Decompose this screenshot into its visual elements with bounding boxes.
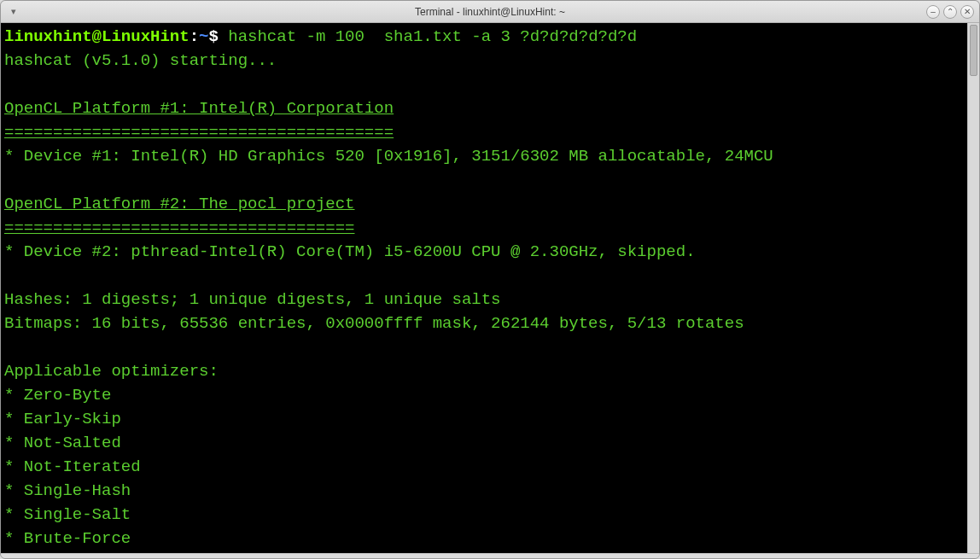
optimizer-item: * Early-Skip [4,410,121,428]
maximize-button[interactable]: ⌃ [943,5,957,19]
prompt-dollar: $ [208,27,218,46]
device2-line: * Device #2: pthread-Intel(R) Core(TM) i… [4,242,696,261]
prompt-user: linuxhint@LinuxHint [4,27,190,46]
optimizer-item: * Single-Salt [4,505,131,524]
app-menu-icon[interactable]: ▾ [8,6,20,18]
titlebar[interactable]: ▾ Terminal - linuxhint@LinuxHint: ~ – ⌃ … [1,1,979,23]
prompt-path: ~ [199,27,208,46]
optimizer-item: * Not-Iterated [4,457,141,476]
minimize-button[interactable]: – [926,5,940,19]
scroll-thumb[interactable] [970,25,977,76]
window-controls: – ⌃ ✕ [926,5,974,19]
device1-line: * Device #1: Intel(R) HD Graphics 520 [0… [4,147,773,166]
prompt-line: linuxhint@LinuxHint:~$ hashcat -m 100 sh… [4,27,637,46]
optimizer-item: * Single-Hash [4,481,131,500]
window-title: Terminal - linuxhint@LinuxHint: ~ [1,6,979,18]
close-button[interactable]: ✕ [960,5,974,19]
platform1-sep: ======================================== [4,123,394,142]
window-bottom-border [1,553,979,558]
hashes-line: Hashes: 1 digests; 1 unique digests, 1 u… [4,290,501,309]
platform2-header: OpenCL Platform #2: The pocl project [4,195,354,213]
optimizer-item: * Not-Salted [4,434,121,452]
terminal-area-wrap: linuxhint@LinuxHint:~$ hashcat -m 100 sh… [1,23,979,553]
terminal-content[interactable]: linuxhint@LinuxHint:~$ hashcat -m 100 sh… [1,23,967,553]
optimizers-header: Applicable optimizers: [4,362,219,381]
terminal-window: ▾ Terminal - linuxhint@LinuxHint: ~ – ⌃ … [0,0,980,559]
command-input: hashcat -m 100 sha1.txt -a 3 ?d?d?d?d?d?… [219,27,637,46]
platform2-sep: ==================================== [4,218,354,237]
optimizer-item: * Brute-Force [4,529,131,548]
scrollbar[interactable] [967,23,979,553]
optimizer-item: * Zero-Byte [4,386,111,405]
output-line: hashcat (v5.1.0) starting... [4,51,277,70]
platform1-header: OpenCL Platform #1: Intel(R) Corporation [4,99,394,118]
bitmaps-line: Bitmaps: 16 bits, 65536 entries, 0x0000f… [4,314,744,333]
prompt-colon: : [190,27,199,46]
